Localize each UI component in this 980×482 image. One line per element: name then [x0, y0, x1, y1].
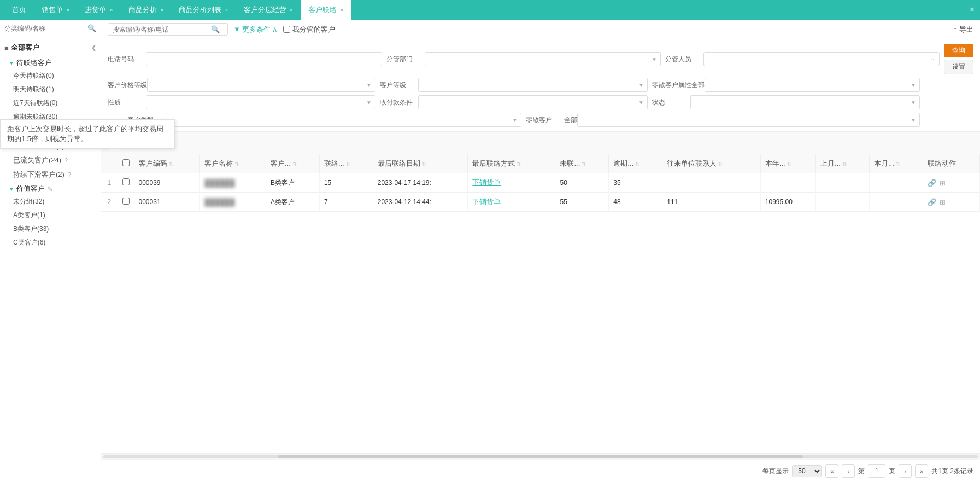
row1-checkbox-cell: [118, 173, 134, 193]
th-customer-type: 客户... ⇅: [266, 154, 320, 173]
nav-item-customer-layering[interactable]: 客户分层经营 ×: [236, 0, 301, 20]
th-actions: 联络动作: [923, 154, 979, 173]
price-level-arrow-icon: ▼: [366, 82, 372, 88]
sort-year-icon[interactable]: ⇅: [787, 161, 791, 167]
close-purchase-icon[interactable]: ×: [109, 7, 113, 13]
filter-select-nature[interactable]: ▼: [146, 95, 375, 109]
sort-month-icon[interactable]: ⇅: [896, 161, 900, 167]
row2-grid-icon[interactable]: ⊞: [940, 198, 946, 206]
horizontal-scrollbar[interactable]: [101, 453, 980, 460]
sidebar-item-already-lost[interactable]: 已流失客户(24) ?: [0, 153, 101, 167]
row1-link-icon[interactable]: 🔗: [928, 179, 936, 187]
value-group-edit-icon[interactable]: ✎: [47, 185, 53, 193]
close-product-analysis-icon[interactable]: ×: [160, 7, 163, 13]
sort-unit-icon[interactable]: ⇅: [718, 161, 723, 167]
nav-item-purchase[interactable]: 进货单 ×: [77, 0, 120, 20]
declining-info-icon[interactable]: ?: [68, 172, 71, 178]
page-input[interactable]: [868, 464, 885, 478]
per-page-select[interactable]: 50 100 200: [792, 465, 822, 477]
row2-checkbox[interactable]: [122, 198, 130, 205]
filter-field-dept: 分管部门 ▼: [386, 52, 661, 66]
filter-label-manager: 分管人员: [665, 55, 703, 64]
my-customers-filter[interactable]: 我分管的客户: [283, 25, 335, 34]
sidebar-item-declining[interactable]: 持续下滑客户(2) ?: [0, 167, 101, 182]
my-customers-checkbox[interactable]: [283, 26, 290, 33]
row1-overdue: 35: [609, 173, 662, 193]
filter-select-dept[interactable]: ▼: [425, 52, 661, 66]
row1-method-link[interactable]: 下销货单: [472, 178, 501, 187]
main-search-icon[interactable]: 🔍: [211, 25, 220, 33]
table-wrap: 客户编码 ⇅ 客户名称 ⇅: [101, 154, 980, 453]
row1-this-year: [760, 173, 815, 193]
sidebar-item-tomorrow[interactable]: 明天待联络(1): [0, 83, 101, 96]
th-customer-code: 客户编码 ⇅: [134, 154, 200, 173]
more-conditions-button[interactable]: ▼ 更多条件 ∧: [233, 25, 278, 34]
main-search-input[interactable]: [113, 26, 211, 33]
row2-code[interactable]: 000031: [134, 193, 200, 212]
already-lost-info-icon[interactable]: ?: [64, 158, 68, 164]
close-customer-layering-icon[interactable]: ×: [290, 7, 293, 13]
sort-name-icon[interactable]: ⇅: [234, 161, 239, 167]
sidebar-all-customers[interactable]: ■ 全部客户 ❮: [0, 39, 101, 56]
collapse-icon[interactable]: ❮: [91, 44, 96, 51]
last-page-button[interactable]: »: [915, 464, 928, 478]
row2-link-icon[interactable]: 🔗: [928, 198, 936, 206]
sidebar-search-icon[interactable]: 🔍: [87, 24, 96, 32]
sort-uncontacted-icon[interactable]: ⇅: [582, 161, 586, 167]
filter-select-price-level[interactable]: ▼: [147, 78, 375, 92]
prev-page-button[interactable]: ‹: [842, 464, 855, 478]
filter-select-customer-level[interactable]: ▼: [418, 78, 648, 92]
sidebar-pending-contact-group[interactable]: ▼ 待联络客户: [0, 56, 101, 69]
filter-select-scattered-attr[interactable]: ▼: [705, 78, 920, 92]
settings-button[interactable]: 设置: [944, 60, 973, 74]
close-all-button[interactable]: ×: [970, 5, 975, 15]
row2-last-method[interactable]: 下销货单: [468, 193, 555, 212]
nav-item-sales[interactable]: 销售单 ×: [34, 0, 77, 20]
sort-type-icon[interactable]: ⇅: [292, 161, 297, 167]
sidebar-item-unclassified[interactable]: 未分组(32): [0, 195, 101, 208]
export-button[interactable]: ↑ 导出: [954, 25, 974, 34]
row1-last-method[interactable]: 下销货单: [468, 173, 555, 193]
page-prefix-label: 第: [858, 467, 865, 476]
sidebar-item-class-b[interactable]: B类客户(33): [0, 222, 101, 236]
close-sales-icon[interactable]: ×: [66, 7, 69, 13]
sidebar-item-class-a[interactable]: A类客户(1): [0, 208, 101, 222]
filter-select-status[interactable]: ▼: [690, 95, 920, 109]
first-page-button[interactable]: «: [825, 464, 838, 478]
nature-arrow-icon: ▼: [366, 100, 372, 106]
filter-input-phone[interactable]: [146, 52, 382, 66]
sort-date-icon[interactable]: ⇅: [422, 161, 426, 167]
sidebar-item-class-c[interactable]: C类客户(6): [0, 236, 101, 249]
filter-select-manager[interactable]: ···: [703, 52, 940, 66]
nav-item-product-list[interactable]: 商品分析列表 ×: [171, 0, 236, 20]
scattered-attr-inline-label: 全部: [691, 80, 705, 90]
next-page-button[interactable]: ›: [899, 464, 912, 478]
th-this-year: 本年... ⇅: [760, 154, 815, 173]
filter-select-scattered-customer[interactable]: ▼: [577, 113, 920, 127]
row1-code[interactable]: 000039: [134, 173, 200, 193]
scrollbar-thumb[interactable]: [278, 455, 803, 458]
query-button[interactable]: 查询: [944, 44, 973, 57]
sidebar-search-input[interactable]: [4, 25, 87, 32]
sort-code-icon[interactable]: ⇅: [169, 161, 173, 167]
row1-last-date: 2023-04-17 14:19:: [373, 173, 468, 193]
nav-item-home[interactable]: 首页: [4, 0, 34, 20]
sidebar-value-group-header[interactable]: ▼ 价值客户 ✎: [0, 182, 101, 195]
sort-last-month-icon[interactable]: ⇅: [842, 161, 847, 167]
close-product-list-icon[interactable]: ×: [225, 7, 228, 13]
sort-overdue-icon[interactable]: ⇅: [635, 161, 639, 167]
sort-contact-icon[interactable]: ⇅: [346, 161, 350, 167]
nav-item-product-analysis[interactable]: 商品分析 ×: [121, 0, 171, 20]
row1-checkbox[interactable]: [122, 178, 130, 185]
close-customer-contact-icon[interactable]: ×: [340, 7, 343, 13]
nav-item-customer-contact[interactable]: 客户联络 ×: [301, 0, 351, 20]
row1-grid-icon[interactable]: ⊞: [940, 179, 946, 187]
select-all-checkbox[interactable]: [122, 159, 130, 166]
filter-select-customer-type[interactable]: ▼: [166, 113, 521, 127]
row2-unit-contacts: 111: [662, 193, 761, 212]
sidebar-item-today[interactable]: 今天待联络(0): [0, 69, 101, 83]
row2-method-link[interactable]: 下销货单: [472, 198, 501, 206]
filter-select-payment[interactable]: ▼: [418, 95, 648, 109]
sidebar-item-7days[interactable]: 近7天待联络(0): [0, 96, 101, 110]
sort-method-icon[interactable]: ⇅: [517, 161, 521, 167]
